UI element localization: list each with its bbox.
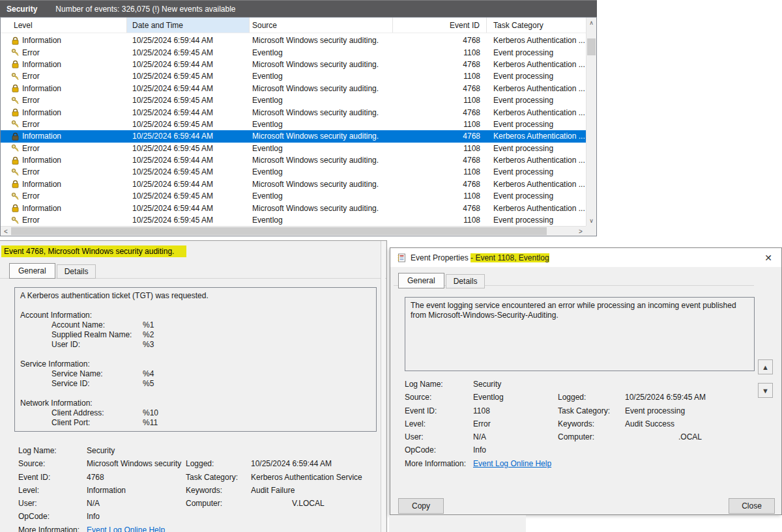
row-event-id: 4768 — [393, 60, 487, 69]
field-value: Info — [473, 445, 558, 455]
tab-general[interactable]: General — [9, 263, 55, 279]
background-strip — [389, 515, 526, 532]
table-row[interactable]: Information 10/25/2024 6:59:44 AM Micros… — [1, 154, 586, 166]
key-icon — [11, 144, 20, 152]
field-label: Event ID: — [405, 406, 473, 415]
row-event-id: 1108 — [393, 167, 487, 176]
row-task-category: Kerberos Authentication ... — [487, 132, 586, 141]
field-label: OpCode: — [405, 445, 473, 455]
key-icon — [11, 48, 20, 57]
table-row[interactable]: Error 10/25/2024 6:59:45 AM Eventlog 110… — [1, 119, 586, 130]
field-value: Microsoft Windows security — [87, 459, 186, 468]
table-row[interactable]: Information 10/25/2024 6:59:44 AM Micros… — [1, 83, 586, 94]
row-event-id: 4768 — [393, 132, 487, 141]
table-row[interactable]: Error 10/25/2024 6:59:45 AM Eventlog 110… — [1, 214, 586, 226]
row-source: Eventlog — [250, 72, 393, 81]
table-row[interactable]: Information 10/25/2024 6:59:44 AM Micros… — [1, 106, 586, 118]
row-level: Error — [22, 191, 40, 201]
scroll-down-icon[interactable]: ∨ — [586, 216, 596, 226]
description-item-label: Client Port: — [51, 418, 143, 428]
lock-icon — [11, 108, 20, 117]
dialog-titlebar[interactable]: Event Properties - Event 1108, Eventlog … — [390, 248, 781, 267]
row-datetime: 10/25/2024 6:59:44 AM — [127, 60, 250, 69]
field-label: More Information: — [405, 459, 473, 468]
dialog-tab-general[interactable]: General — [398, 273, 444, 288]
horizontal-scrollbar[interactable]: < > — [1, 226, 586, 236]
horizontal-scrollbar-thumb[interactable] — [11, 227, 547, 235]
description-blank-line — [20, 389, 371, 399]
scroll-left-icon[interactable]: < — [1, 227, 11, 236]
dialog-tab-details[interactable]: Details — [446, 274, 485, 288]
row-datetime: 10/25/2024 6:59:45 AM — [127, 72, 250, 81]
row-level: Information — [22, 204, 61, 213]
dialog-description-box: The event logging service encountered an… — [405, 297, 755, 371]
table-row[interactable]: Information 10/25/2024 6:59:44 AM Micros… — [1, 130, 586, 142]
row-task-category: Event processing — [487, 72, 586, 81]
field-label: More Information: — [18, 525, 87, 532]
field-value: Security — [87, 446, 186, 455]
close-icon[interactable]: ✕ — [762, 251, 775, 264]
previous-event-button[interactable]: ▲ — [758, 359, 773, 374]
event-table: Level Date and Time Source Event ID Task… — [0, 17, 597, 236]
dialog-description-text: The event logging service encountered an… — [411, 301, 738, 320]
dialog-title: Event Properties - Event 1108, Eventlog — [411, 253, 549, 262]
description-item-value: %4 — [143, 369, 154, 378]
copy-button[interactable]: Copy — [398, 498, 444, 514]
table-row[interactable]: Error 10/25/2024 6:59:45 AM Eventlog 110… — [1, 46, 586, 58]
column-header-date-and-time[interactable]: Date and Time — [127, 18, 250, 33]
table-row[interactable]: Information 10/25/2024 6:59:44 AM Micros… — [1, 35, 586, 46]
event-log-online-help-link[interactable]: Event Log Online Help — [473, 459, 551, 468]
row-event-id: 1108 — [393, 144, 487, 153]
event-log-online-help-link[interactable]: Event Log Online Help — [87, 525, 165, 532]
log-status-text: Number of events: 326,075 (!) New events… — [55, 5, 235, 14]
column-header-event-id[interactable]: Event ID — [393, 18, 487, 33]
row-event-id: 4768 — [393, 84, 487, 93]
row-event-id: 1108 — [393, 96, 487, 105]
column-header-task-category[interactable]: Task Category — [487, 18, 586, 33]
log-titlebar: Security Number of events: 326,075 (!) N… — [0, 0, 597, 17]
lock-icon — [11, 60, 20, 68]
table-row[interactable]: Error 10/25/2024 6:59:45 AM Eventlog 110… — [1, 94, 586, 106]
description-item-value: %1 — [143, 320, 154, 329]
row-datetime: 10/25/2024 6:59:44 AM — [127, 84, 250, 93]
description-item-label: User ID: — [51, 340, 143, 350]
table-row[interactable]: Information 10/25/2024 6:59:44 AM Micros… — [1, 59, 586, 70]
row-level: Information — [22, 132, 61, 141]
vertical-scrollbar[interactable]: ∧ ∨ — [586, 18, 596, 226]
event-properties-icon — [397, 253, 406, 262]
lock-icon — [11, 132, 20, 141]
column-header-level[interactable]: Level — [1, 18, 127, 33]
table-row[interactable]: Information 10/25/2024 6:59:44 AM Micros… — [1, 202, 586, 214]
row-level: Information — [22, 108, 61, 117]
description-item-label: Account Name: — [51, 320, 143, 330]
scroll-up-icon[interactable]: ∧ — [586, 18, 596, 28]
table-row[interactable]: Error 10/25/2024 6:59:45 AM Eventlog 110… — [1, 166, 586, 178]
column-header-source[interactable]: Source — [250, 18, 393, 33]
row-level: Information — [22, 60, 61, 69]
table-row[interactable]: Information 10/25/2024 6:59:44 AM Micros… — [1, 178, 586, 190]
table-row[interactable]: Error 10/25/2024 6:59:45 AM Eventlog 110… — [1, 143, 586, 154]
scroll-right-icon[interactable]: > — [575, 227, 586, 236]
vertical-scrollbar-thumb[interactable] — [587, 38, 596, 55]
row-event-id: 4768 — [393, 180, 487, 189]
field-label: Log Name: — [18, 446, 87, 455]
row-event-id: 4768 — [393, 204, 487, 213]
row-event-id: 4768 — [393, 36, 487, 45]
description-item-label: Client Address: — [51, 408, 143, 418]
table-row[interactable]: Error 10/25/2024 6:59:45 AM Eventlog 110… — [1, 190, 586, 202]
next-event-button[interactable]: ▼ — [758, 383, 773, 398]
row-source: Eventlog — [250, 216, 393, 225]
row-event-id: 1108 — [393, 48, 487, 57]
lock-icon — [11, 156, 20, 165]
row-source: Eventlog — [250, 167, 393, 176]
preview-scrollbar[interactable] — [381, 241, 385, 532]
table-row[interactable]: Error 10/25/2024 6:59:45 AM Eventlog 110… — [1, 70, 586, 82]
row-task-category: Kerberos Authentication ... — [487, 60, 586, 69]
row-task-category: Event processing — [487, 120, 586, 129]
close-button[interactable]: Close — [729, 498, 775, 514]
row-level: Error — [22, 96, 40, 105]
field-value: Info — [87, 512, 186, 521]
tab-details[interactable]: Details — [57, 264, 96, 279]
event-list-pane: Security Number of events: 326,075 (!) N… — [0, 0, 597, 236]
event-properties-dialog: Event Properties - Event 1108, Eventlog … — [390, 247, 782, 515]
